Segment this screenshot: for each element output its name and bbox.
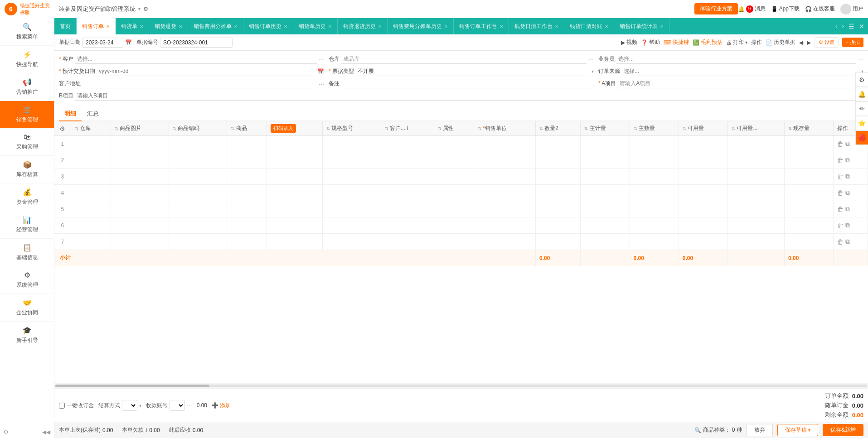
tab-close-icon[interactable]: ✕	[106, 24, 110, 29]
sidebar-item-system[interactable]: ⚙ 系统管理	[0, 266, 54, 294]
row-qty2-7[interactable]	[536, 234, 581, 250]
save-new-btn[interactable]: 保存&新增	[823, 424, 863, 436]
row-main-unit-1[interactable]	[581, 136, 630, 152]
row-product-img-2[interactable]	[111, 152, 169, 168]
b-project-input[interactable]	[75, 91, 863, 101]
row-customer-order-1[interactable]	[381, 136, 434, 152]
receipt-more-btn[interactable]: ···	[187, 402, 192, 409]
row-main-unit-3[interactable]	[581, 168, 630, 185]
row-delete-icon-5[interactable]: 🗑	[837, 206, 844, 213]
row-available-qty-4[interactable]	[679, 185, 727, 201]
prev-record-btn[interactable]: ◀	[799, 39, 803, 46]
row-sales-unit-6[interactable]	[474, 217, 535, 234]
row-spec-1[interactable]	[323, 136, 381, 152]
tab-summary[interactable]: 汇总	[82, 107, 104, 121]
row-sales-unit-7[interactable]	[474, 234, 535, 250]
row-stock-2[interactable]	[785, 152, 834, 168]
chevron-down-icon[interactable]: ▾	[138, 6, 141, 11]
row-available-qty-5[interactable]	[679, 201, 727, 217]
message-btn[interactable]: 🔔 9 消息	[738, 5, 766, 13]
row-spec-5[interactable]	[323, 201, 381, 217]
order-source-input[interactable]	[622, 67, 859, 76]
row-scan-6[interactable]	[267, 217, 323, 234]
tab-sales-order-history[interactable]: 销售订单历史 ✕	[243, 18, 293, 34]
row-delete-icon-1[interactable]: 🗑	[837, 140, 844, 148]
row-warehouse-2[interactable]	[71, 152, 111, 168]
row-copy-icon-1[interactable]: ⧉	[845, 140, 850, 148]
abandon-btn[interactable]: 放弃	[747, 424, 773, 436]
row-warehouse-4[interactable]	[71, 185, 111, 201]
next-record-btn[interactable]: ▶	[807, 39, 811, 46]
tab-close-icon[interactable]: ✕	[378, 24, 382, 29]
row-qty2-1[interactable]	[536, 136, 581, 152]
row-copy-icon-4[interactable]: ⧉	[845, 189, 850, 197]
row-delete-icon-7[interactable]: 🗑	[837, 238, 844, 245]
tab-sales-expense[interactable]: 销售费用分摊单 ✕	[188, 18, 243, 34]
row-warehouse-1[interactable]	[71, 136, 111, 152]
date-input[interactable]	[82, 38, 123, 48]
tab-daily-reconcile[interactable]: 钱货日清对账 ✕	[564, 18, 614, 34]
row-product-code-5[interactable]	[169, 201, 227, 217]
row-scan-4[interactable]	[267, 185, 323, 201]
row-product-img-6[interactable]	[111, 217, 169, 234]
help-btn[interactable]: ❓ 帮助	[641, 39, 660, 46]
tab-sales-stat[interactable]: 销售订单统计表 ✕	[614, 18, 669, 34]
warehouse-input[interactable]	[341, 54, 587, 64]
row-customer-order-2[interactable]	[381, 152, 434, 168]
row-product-2[interactable]	[227, 152, 267, 168]
row-main-unit-5[interactable]	[581, 201, 630, 217]
row-copy-icon-2[interactable]: ⧉	[845, 156, 850, 164]
row-product-code-4[interactable]	[169, 185, 227, 201]
row-attributes-5[interactable]	[434, 201, 474, 217]
row-stock-1[interactable]	[785, 136, 834, 152]
row-available2-6[interactable]	[727, 217, 784, 234]
calendar-icon[interactable]: 📅	[125, 39, 132, 46]
sidebar-item-guide[interactable]: 🎓 新手引导	[0, 322, 54, 349]
tab-close-icon[interactable]: ✕	[284, 24, 287, 29]
row-product-code-2[interactable]	[169, 152, 227, 168]
row-copy-icon-6[interactable]: ⧉	[845, 221, 850, 229]
row-copy-icon-5[interactable]: ⧉	[845, 205, 850, 213]
row-spec-3[interactable]	[323, 168, 381, 185]
delivery-date-input[interactable]	[97, 67, 315, 76]
sidebar-item-inventory[interactable]: 📦 库存核算	[0, 156, 54, 183]
tab-workbench[interactable]: 销售订单工作台 ✕	[454, 18, 509, 34]
one-click-deposit-checkbox[interactable]	[59, 403, 65, 409]
row-stock-4[interactable]	[785, 185, 834, 201]
sidebar-item-operations[interactable]: 📊 经营管理	[0, 211, 54, 239]
row-scan-1[interactable]	[267, 136, 323, 152]
row-attributes-7[interactable]	[434, 234, 474, 250]
user-btn[interactable]: 用户	[840, 4, 863, 14]
row-customer-order-6[interactable]	[381, 217, 434, 234]
tab-close-icon[interactable]: ✕	[555, 24, 558, 29]
staff-input[interactable]	[616, 54, 856, 64]
row-qty2-4[interactable]	[536, 185, 581, 201]
a-project-input[interactable]	[618, 79, 863, 88]
sidebar-collapse-icon[interactable]: ◀◀	[42, 429, 50, 435]
tab-sales-invoice[interactable]: 销货单 ✕	[116, 18, 149, 34]
row-available-qty-3[interactable]	[679, 168, 727, 185]
row-available2-5[interactable]	[727, 201, 784, 217]
remarks-input[interactable]	[341, 79, 594, 88]
row-product-code-3[interactable]	[169, 168, 227, 185]
row-warehouse-6[interactable]	[71, 217, 111, 234]
row-attributes-4[interactable]	[434, 185, 474, 201]
row-stock-6[interactable]	[785, 217, 834, 234]
add-column-btn[interactable]: +拆扣	[842, 38, 863, 47]
row-product-3[interactable]	[227, 168, 267, 185]
invoice-type-select[interactable]: 不开票	[356, 67, 590, 76]
row-product-code-1[interactable]	[169, 136, 227, 152]
tab-close-icon[interactable]: ✕	[605, 24, 608, 29]
float-btn-1[interactable]: ⚙	[855, 72, 868, 87]
history-btn[interactable]: 📄 历史单据	[766, 39, 795, 46]
sidebar-settings-icon[interactable]: ⚙	[4, 429, 9, 435]
row-product-img-1[interactable]	[111, 136, 169, 152]
row-attributes-2[interactable]	[434, 152, 474, 168]
row-customer-order-4[interactable]	[381, 185, 434, 201]
row-product-img-5[interactable]	[111, 201, 169, 217]
row-main-unit-6[interactable]	[581, 217, 630, 234]
settings-config-btn[interactable]: ⚙设置	[815, 37, 839, 48]
row-warehouse-3[interactable]	[71, 168, 111, 185]
row-spec-7[interactable]	[323, 234, 381, 250]
tab-close-icon[interactable]: ✕	[179, 24, 182, 29]
